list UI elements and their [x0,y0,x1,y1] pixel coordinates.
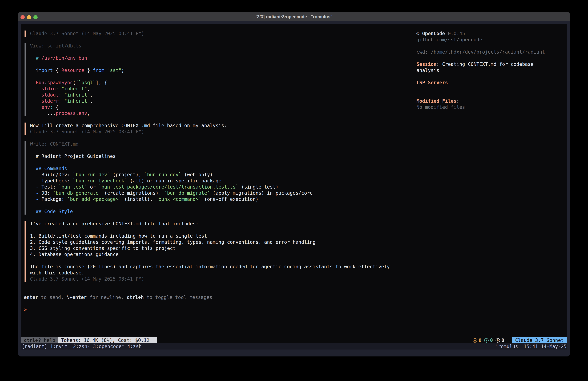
terminal-row: Claude 3.7 Sonnet (14 May 2025 03:41 PM) [30,129,144,135]
model-name: Claude 3.7 Sonnet [515,337,564,343]
input-divider [21,303,567,303]
terminal-row: stdin: "inherit", [42,86,90,92]
terminal-row: stderr: "inherit", [42,98,93,104]
help-label: help [41,337,55,343]
terminal-row: import { Resource } from "sst"; [36,67,124,73]
terminal-row: - Package: `bun add <package>` (install)… [36,196,258,202]
terminal-row: 4. Database operations guidance [30,251,119,257]
terminal-row: with this codebase. [30,270,84,276]
window-title: [2/3] radiant:3:opencode - "romulus" [18,12,570,22]
terminal-row: 3. CSS styling conventions specific to t… [30,245,176,251]
opencode-statusbar: ctrl+? help Tokens: 16.4K (8%), Cost: $0… [21,337,567,343]
hint-icon: h [496,338,500,343]
terminal-row: ## Commands [36,165,67,172]
terminal-row: github.com/sst/opencode [417,37,482,43]
terminal-row: Claude 3.7 Sonnet (14 May 2025 03:41 PM) [30,30,144,37]
terminal-row: Write: CONTEXT.md [30,141,79,147]
terminal-row: Claude 3.7 Sonnet (14 May 2025 03:41 PM) [30,276,144,282]
diagnostic-icons: w0 i0 h0 [473,337,510,343]
message-block-bar [24,43,26,116]
terminal-row: Session: Creating CONTEXT.md for codebas… [417,61,534,67]
message-block-bar [24,141,26,215]
terminal-row: 2. Code style guidelines covering import… [30,239,315,245]
terminal-row: - Test: `bun test` or `bun test packages… [36,184,278,190]
terminal-row: - DB: `bun db generate` (create migratio… [36,190,313,196]
help-shortcut: ctrl+? [24,337,41,343]
terminal-row: #!/usr/bin/env bun [36,55,87,61]
terminal-row: Now I'll create a comprehensive CONTEXT.… [30,123,227,129]
terminal-row: - Build/Dev: `bun run dev` (project), `b… [36,172,213,178]
message-block-bar [24,123,26,135]
tokens-cost-chip: Tokens: 16.4K (8%), Cost: $0.12 [58,337,157,343]
terminal-row: LSP Servers [417,80,448,86]
terminal-row: No modified files [417,104,465,110]
tmux-statusbar: [radiant] 1:nvim 2:zsh- 3:opencode* 4:zs… [21,343,567,350]
hint-count: h0 [496,337,504,343]
terminal-row: Modified Files: [417,98,459,104]
terminal-row: > [24,307,27,313]
warning-count: w0 [473,337,482,343]
window-titlebar[interactable]: [2/3] radiant:3:opencode - "romulus" [18,12,570,21]
message-block-bar [24,30,26,37]
opencode-tui: ctrl+? help Tokens: 16.4K (8%), Cost: $0… [21,24,567,343]
terminal-row: ## Code Style [36,208,73,215]
terminal-row: View: script/db.ts [30,43,82,49]
info-icon: i [484,338,489,343]
warning-icon: w [473,338,477,343]
help-chip[interactable]: ctrl+? help [21,337,58,343]
terminal-row: # Radiant Project Guidelines [36,153,116,159]
terminal-row: © OpenCode 0.0.45 [417,30,465,37]
tmux-windows[interactable]: [radiant] 1:nvim 2:zsh- 3:opencode* 4:zs… [22,343,142,350]
terminal-row: The file is concise (20 lines) and captu… [30,264,390,270]
terminal-row: stdout: "inherit", [42,92,93,98]
model-chip[interactable]: Claude 3.7 Sonnet [512,337,567,343]
terminal-row: env: { [42,104,59,110]
terminal-window: [2/3] radiant:3:opencode - "romulus" ctr… [18,12,570,357]
terminal-row: 1. Build/lint/test commands including ho… [30,233,207,239]
terminal-row: - TypeCheck: `bun run typecheck` (all) o… [36,178,221,184]
terminal-row: cwd: /home/thdxr/dev/projects/radiant/ra… [417,49,545,55]
terminal-row: Bun.spawnSync([`psql`], { [36,80,107,86]
tmux-session-time: "romulus" 15:41 14-May-25 [495,343,567,350]
terminal-row: I've created a comprehensive CONTEXT.md … [30,221,198,227]
terminal-row: analysis [417,67,439,73]
tokens-cost-text: Tokens: 16.4K (8%), Cost: $0.12 [61,337,149,343]
message-block-bar [24,221,26,282]
terminal-row: ...process.env, [47,110,90,116]
info-count: i0 [484,337,493,343]
terminal-row: enter to send, \+enter for newline, ctrl… [24,294,212,300]
